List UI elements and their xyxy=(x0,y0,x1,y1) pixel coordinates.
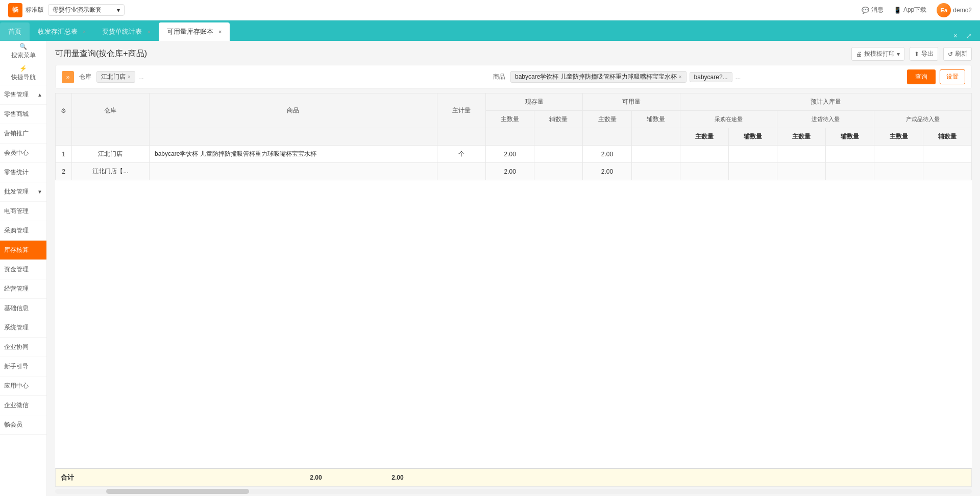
col-current-main-qty: 主数量 xyxy=(486,111,534,128)
receivable-close-icon[interactable]: × xyxy=(83,29,86,35)
col-settings-icon[interactable]: ⚙ xyxy=(61,107,66,114)
chevron-down-icon: ▾ xyxy=(117,7,120,14)
sidebar-item-zero-stats[interactable]: 零售统计 xyxy=(0,163,46,182)
expand-icon[interactable]: ⤢ xyxy=(964,31,974,41)
print-chevron-icon: ▾ xyxy=(897,51,900,58)
chevron-icon-wholesale: ▼ xyxy=(37,189,42,195)
sidebar-label-member-center: 会员中心 xyxy=(4,149,29,157)
row1-pp-aux xyxy=(923,146,971,163)
sidebar-label-ecommerce: 电商管理 xyxy=(4,207,29,216)
sidebar-item-vip-member[interactable]: 畅会员 xyxy=(0,415,46,435)
col-settings-header: ⚙ xyxy=(56,93,72,128)
sidebar-item-zero-mall[interactable]: 零售商城 xyxy=(0,105,46,124)
col-current-aux-qty: 辅数量 xyxy=(534,111,583,128)
sidebar-label-finance: 资金管理 xyxy=(4,265,29,274)
available-stock-close-icon[interactable]: × xyxy=(218,29,222,35)
scroll-thumb[interactable] xyxy=(106,489,249,494)
col-sub-unit xyxy=(437,128,485,146)
tab-receivable[interactable]: 收发存汇总表 × xyxy=(30,22,94,41)
col-sub-c-main xyxy=(486,128,534,146)
sidebar-label-business: 经营管理 xyxy=(4,285,29,293)
industry-selector[interactable]: 母婴行业演示账套 ▾ xyxy=(48,4,125,16)
sidebar-quick-nav[interactable]: ⚡ 快捷导航 xyxy=(0,62,46,85)
export-btn[interactable]: ⬆ 导出 xyxy=(910,47,938,61)
row1-available-main: 2.00 xyxy=(583,146,631,163)
horizontal-scrollbar[interactable] xyxy=(55,489,972,494)
sidebar-item-app-center[interactable]: 应用中心 xyxy=(0,376,46,396)
table-row-group: 2 江北门店【... 2.00 2.00 xyxy=(56,163,972,180)
row1-ip-main xyxy=(777,146,826,163)
sidebar-item-new-guide[interactable]: 新手引导 xyxy=(0,357,46,376)
sidebar-label-zero-mall: 零售商城 xyxy=(4,110,29,119)
sidebar-label-inventory: 库存核算 xyxy=(4,246,29,254)
row1-index: 1 xyxy=(56,146,72,163)
product-filter-label: 商品 xyxy=(493,73,505,81)
filter-action-btns: 查询 设置 xyxy=(907,69,965,84)
tab-home[interactable]: 首页 xyxy=(0,22,30,41)
sidebar-item-enterprise-wechat[interactable]: 企业微信 xyxy=(0,396,46,415)
footer-current-main: 2.00 xyxy=(296,474,336,481)
row2-warehouse: 江北门店【... xyxy=(72,163,150,180)
row1-unit: 个 xyxy=(437,146,485,163)
warehouse-more-btn[interactable]: ... xyxy=(138,73,144,81)
user-profile[interactable]: Ea demo2 xyxy=(937,3,972,17)
print-icon: 🖨 xyxy=(856,51,862,58)
message-btn[interactable]: 💬 消息 xyxy=(862,6,884,14)
refresh-btn[interactable]: ↺ 刷新 xyxy=(943,47,972,61)
warehouse-tag-close-icon[interactable]: × xyxy=(128,74,131,80)
print-btn[interactable]: 🖨 按模板打印 ▾ xyxy=(851,47,904,61)
row2-ip-aux xyxy=(826,163,874,180)
sidebar-item-wholesale-mgmt[interactable]: 批发管理 ▼ xyxy=(0,182,46,202)
sidebar-label-zero-stats: 零售统计 xyxy=(4,168,29,177)
sidebar-item-marketing[interactable]: 营销推广 xyxy=(0,124,46,144)
filter-settings-btn[interactable]: 设置 xyxy=(940,69,965,84)
filter-bar: » 仓库 江北门店 × ... 商品 babycare学饮杯 儿童防摔防撞吸管杯… xyxy=(55,65,972,89)
col-available-header: 可用量 xyxy=(583,93,680,111)
footer-rest xyxy=(418,474,971,481)
order-stats-close-icon[interactable]: × xyxy=(147,29,150,35)
sidebar-label-app-center: 应用中心 xyxy=(4,382,29,390)
row2-ip-main xyxy=(777,163,826,180)
row2-current-aux xyxy=(534,163,583,180)
col-sub-a-aux xyxy=(631,128,680,146)
sidebar-item-member-center[interactable]: 会员中心 xyxy=(0,144,46,163)
refresh-label: 刷新 xyxy=(955,50,967,58)
product-tag-1: babycare学饮杯 儿童防摔防撞吸管杯重力球吸嘴杯宝宝水杯 × xyxy=(510,71,687,83)
row1-pt-aux xyxy=(728,146,777,163)
logo-icon: 畅 xyxy=(8,3,22,17)
col-sub-a-main xyxy=(583,128,631,146)
col-available-main-qty: 主数量 xyxy=(583,111,631,128)
col-unit-header: 主计量 xyxy=(437,93,485,128)
app-download-btn[interactable]: 📱 App下载 xyxy=(894,6,926,14)
sidebar-item-basic-info[interactable]: 基础信息 xyxy=(0,299,46,318)
sidebar-item-ecommerce-mgmt[interactable]: 电商管理 xyxy=(0,202,46,221)
table-wrapper: ⚙ 仓库 商品 主计量 现存量 可用量 预计入库量 主数量 辅数量 主数量 辅数… xyxy=(55,93,972,468)
sidebar-item-system-mgmt[interactable]: 系统管理 xyxy=(0,318,46,338)
sidebar-item-business-mgmt[interactable]: 经营管理 xyxy=(0,279,46,299)
sidebar-search-btn[interactable]: 🔍 搜索菜单 xyxy=(0,41,46,62)
top-bar-right: 💬 消息 📱 App下载 Ea demo2 xyxy=(862,3,972,17)
chevron-icon: ▲ xyxy=(37,92,42,98)
sidebar-label-new-guide: 新手引导 xyxy=(4,362,29,371)
sidebar-item-finance-mgmt[interactable]: 资金管理 xyxy=(0,260,46,279)
tab-available-stock[interactable]: 可用量库存账本 × xyxy=(159,22,230,41)
row1-ip-aux xyxy=(826,146,874,163)
sidebar-item-zero-retail-mgmt[interactable]: 零售管理 ▲ xyxy=(0,85,46,105)
product-more-btn[interactable]: ... xyxy=(736,73,741,81)
sidebar-item-enterprise-collab[interactable]: 企业协同 xyxy=(0,338,46,357)
col-incoming-pending-header: 进货待入量 xyxy=(777,111,874,128)
filter-expand-btn[interactable]: » xyxy=(62,71,74,83)
row1-warehouse: 江北门店 xyxy=(72,146,150,163)
row2-pt-main xyxy=(680,163,728,180)
sidebar-search-label: 搜索菜单 xyxy=(11,51,36,60)
sidebar-item-purchase-mgmt[interactable]: 采购管理 xyxy=(0,221,46,241)
row1-current-main: 2.00 xyxy=(486,146,534,163)
tab-order-stats[interactable]: 要货单统计表 × xyxy=(94,22,158,41)
sidebar-label-zero-retail: 零售管理 xyxy=(4,90,29,99)
sidebar-item-inventory-check[interactable]: 库存核算 xyxy=(0,241,46,260)
query-btn[interactable]: 查询 xyxy=(907,69,936,84)
product-tag-1-close-icon[interactable]: × xyxy=(679,74,682,80)
row1-product: babycare学饮杯 儿童防摔防撞吸管杯重力球吸嘴杯宝宝水杯 xyxy=(149,146,437,163)
sidebar-label-system: 系统管理 xyxy=(4,323,29,332)
close-all-icon[interactable]: × xyxy=(951,31,960,41)
